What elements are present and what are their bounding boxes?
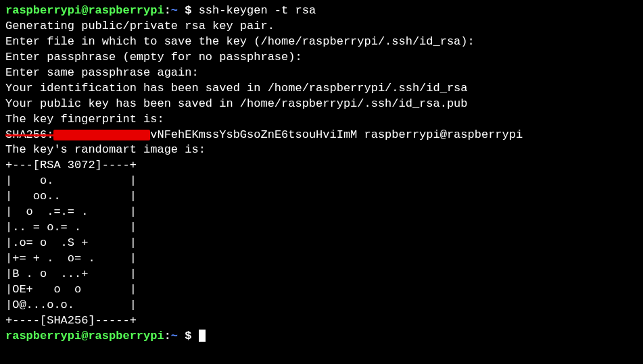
command-text: ssh-keygen -t rsa [199, 4, 316, 17]
output-line: Enter passphrase (empty for no passphras… [5, 50, 638, 66]
output-line: Enter same passphrase again: [5, 66, 638, 81]
randomart-line: |.. = o.= . | [5, 220, 638, 236]
randomart-line: |+= + . o= . | [5, 251, 638, 267]
randomart-line: | oo.. | [5, 189, 638, 205]
randomart-line: |B . o ...+ | [5, 267, 638, 282]
terminal-output[interactable]: raspberrypi@raspberrypi:~ $ ssh-keygen -… [5, 3, 638, 344]
prompt-line-2[interactable]: raspberrypi@raspberrypi:~ $ [5, 329, 638, 344]
randomart-line: |OE+ o o | [5, 282, 638, 298]
prompt-symbol: $ [178, 4, 199, 17]
randomart-line: +---[RSA 3072]----+ [5, 158, 638, 174]
randomart-line: |.o= o .S + | [5, 236, 638, 251]
output-line: The key fingerprint is: [5, 112, 638, 128]
randomart-line: | o .=.= . | [5, 205, 638, 220]
output-line: Your identification has been saved in /h… [5, 81, 638, 97]
output-line: Your public key has been saved in /home/… [5, 97, 638, 112]
fingerprint-visible: vNFehEKmssYsbGsoZnE6tsouHviImM raspberry… [150, 128, 523, 141]
prompt-line-1: raspberrypi@raspberrypi:~ $ ssh-keygen -… [5, 3, 638, 19]
fingerprint-redacted-block: XXXXXXXXXXXXXX [53, 128, 150, 143]
prompt-path: ~ [171, 4, 178, 17]
output-line: Generating public/private rsa key pair. [5, 19, 638, 34]
randomart-line: +----[SHA256]-----+ [5, 313, 638, 329]
prompt-user-host: raspberrypi@raspberrypi [5, 4, 164, 17]
cursor-block [199, 330, 206, 342]
fingerprint-line: SHA256:XXXXXXXXXXXXXXvNFehEKmssYsbGsoZnE… [5, 128, 638, 143]
prompt-path: ~ [171, 330, 178, 342]
prompt-separator: : [164, 330, 171, 342]
output-line: Enter file in which to save the key (/ho… [5, 34, 638, 50]
fingerprint-redacted-prefix: SHA256: [5, 128, 53, 143]
prompt-separator: : [164, 4, 171, 17]
randomart-line: |O@...o.o. | [5, 298, 638, 313]
prompt-symbol: $ [178, 330, 199, 342]
randomart-line: | o. | [5, 174, 638, 189]
output-line: The key's randomart image is: [5, 142, 638, 158]
prompt-user-host: raspberrypi@raspberrypi [5, 330, 164, 342]
